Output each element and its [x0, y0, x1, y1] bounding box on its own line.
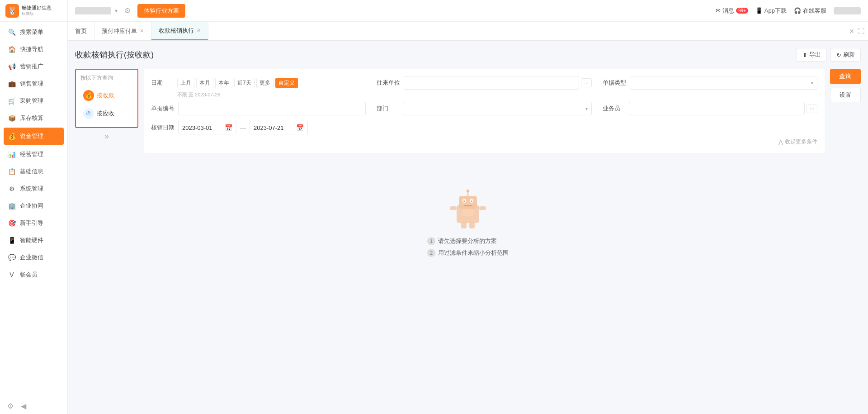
sidebar-item-system[interactable]: ⚙ 系统管理	[0, 180, 67, 197]
collapse-sidebar-icon[interactable]: ◀	[21, 402, 26, 410]
export-button[interactable]: ⬆ 导出	[797, 48, 827, 62]
tab-receipt[interactable]: 收款核销执行 ✕	[151, 22, 208, 40]
company-dropdown-icon[interactable]: ▾	[115, 8, 118, 14]
query-button[interactable]: 查询	[830, 69, 861, 84]
empty-state: 1 请先选择要分析的方案 2 用过滤条件来缩小分析范围	[75, 153, 861, 297]
header-right: ✉ 消息 99+ 📱 App下载 🎧 在线客服	[716, 7, 861, 15]
inventory-icon: 📦	[7, 114, 16, 122]
sidebar-label-inventory: 库存核算	[20, 114, 43, 122]
sidebar-item-inventory[interactable]: 📦 库存核算	[0, 109, 67, 127]
filter-sidebar: 按以下方查询 💰 按收款 ⏱ 按应收 »	[75, 69, 138, 153]
verify-date-end-wrap: 2023-07-21 📅	[250, 121, 308, 134]
sidebar-item-enterprise[interactable]: 🏢 企业协同	[0, 197, 67, 214]
purchase-icon: 🛒	[7, 97, 16, 105]
voucher-no-row: 单据编号	[151, 102, 366, 115]
department-select[interactable]: ▾	[403, 102, 591, 115]
tab-close-all-button[interactable]: ✕	[849, 28, 854, 35]
department-label: 部门	[377, 105, 399, 113]
online-service-action[interactable]: 🎧 在线客服	[794, 7, 826, 15]
date-more-btn[interactable]: 更多	[256, 78, 274, 88]
date-custom-btn[interactable]: 自定义	[275, 78, 298, 88]
tab-bar: 首页 预付冲应付单 ✕ 收款核销执行 ✕ ✕ ⛶	[68, 22, 868, 41]
hardware-icon: 📱	[7, 237, 16, 244]
staff-input[interactable]	[629, 102, 805, 115]
top-header: ▾ ⚙ 体验行业方案 ✉ 消息 99+ 📱 App下载 🎧 在线客服	[68, 0, 868, 22]
filter-collapse-button[interactable]: »	[75, 132, 138, 141]
staff-more-btn[interactable]: ···	[807, 104, 817, 113]
marketing-icon: 📢	[7, 63, 16, 70]
message-badge: 99+	[736, 8, 748, 14]
tab-receipt-close[interactable]: ✕	[197, 28, 201, 33]
counterparty-input[interactable]	[404, 76, 579, 90]
message-label: 消息	[722, 7, 734, 15]
sidebar-label-enterprise: 企业协同	[20, 202, 43, 210]
sidebar-label-purchase: 采购管理	[20, 97, 43, 105]
action-bar: 查询 设置	[830, 69, 861, 153]
message-icon: ✉	[716, 7, 721, 14]
verify-date-start-input[interactable]: 2023-03-01	[182, 124, 223, 131]
app-download-action[interactable]: 📱 App下载	[755, 7, 787, 15]
voucher-no-field	[178, 102, 366, 115]
empty-tips: 1 请先选择要分析的方案 2 用过滤条件来缩小分析范围	[427, 237, 509, 261]
filter-by-receivable[interactable]: ⏱ 按应收	[80, 105, 133, 123]
date-7days-btn[interactable]: 近7天	[234, 78, 255, 88]
voucher-no-input[interactable]	[178, 102, 366, 115]
voucher-type-select[interactable]: ▾	[630, 76, 817, 90]
settings-button[interactable]: 设置	[830, 88, 861, 102]
verify-date-end-input[interactable]: 2023-07-21	[254, 124, 294, 131]
verify-date-row: 核销日期 2023-03-01 📅 — 2023-07-21 📅	[151, 121, 817, 134]
chevron-up-icon: ⋀	[778, 139, 783, 145]
sidebar-item-finance[interactable]: 💰 资金管理	[4, 128, 64, 145]
sidebar-item-hardware[interactable]: 📱 智能硬件	[0, 232, 67, 249]
logo-sub: 标准版	[22, 11, 52, 17]
settings-bottom-icon[interactable]: ⚙	[7, 402, 14, 410]
collapse-conditions-button[interactable]: ⋀ 收起更多条件	[778, 138, 817, 146]
message-action[interactable]: ✉ 消息 99+	[716, 7, 748, 15]
calendar-end-icon[interactable]: 📅	[296, 124, 304, 131]
svg-point-4	[463, 200, 465, 202]
sidebar-item-marketing[interactable]: 📢 营销推广	[0, 58, 67, 75]
staff-row: 业务员 ···	[603, 102, 817, 115]
counterparty-search-row: 往来单位 ···	[377, 76, 591, 90]
refresh-button[interactable]: ↻ 刷新	[830, 48, 861, 62]
department-arrow: ▾	[585, 106, 588, 111]
tab-expand-button[interactable]: ⛶	[858, 28, 864, 35]
voucher-type-arrow: ▾	[811, 81, 813, 86]
sidebar-item-basic[interactable]: 📋 基础信息	[0, 163, 67, 180]
filter-box: 按以下方查询 💰 按收款 ⏱ 按应收	[75, 69, 138, 128]
filter-by-receipt[interactable]: 💰 按收款	[80, 86, 133, 105]
voucher-type-search-row: 单据类型 ▾	[603, 76, 817, 90]
search-row-1: 日期 上月 本月 本年 近7天 更多 自定义	[151, 76, 817, 90]
sidebar-item-sales[interactable]: 💼 销售管理	[0, 75, 67, 92]
sidebar-item-member[interactable]: V 畅会员	[0, 266, 67, 283]
svg-rect-6	[464, 205, 472, 206]
settings-header-button[interactable]: ⚙	[121, 5, 134, 17]
tab-prepay-close[interactable]: ✕	[140, 28, 144, 34]
home-icon: 🏠	[7, 46, 16, 53]
tab-home[interactable]: 首页	[68, 22, 94, 40]
date-last-month-btn[interactable]: 上月	[177, 78, 194, 88]
date-this-year-btn[interactable]: 本年	[215, 78, 232, 88]
sidebar-item-shortcut[interactable]: 🏠 快捷导航	[0, 41, 67, 58]
main-area: ▾ ⚙ 体验行业方案 ✉ 消息 99+ 📱 App下载 🎧 在线客服 首页	[68, 0, 868, 414]
sales-icon: 💼	[7, 80, 16, 87]
industry-solution-button[interactable]: 体验行业方案	[137, 4, 185, 18]
search-row-2: 单据编号 部门 ▾	[151, 102, 817, 115]
date-this-month-btn[interactable]: 本月	[196, 78, 213, 88]
sidebar-label-management: 经营管理	[20, 150, 43, 158]
tab-prepay[interactable]: 预付冲应付单 ✕	[94, 22, 151, 40]
receivable-filter-icon: ⏱	[83, 108, 94, 119]
calendar-start-icon[interactable]: 📅	[225, 124, 232, 131]
sidebar-item-search[interactable]: 🔍 搜索菜单	[0, 24, 67, 41]
search-action-area: 日期 上月 本月 本年 近7天 更多 自定义	[144, 69, 861, 153]
sidebar-label-system: 系统管理	[20, 185, 43, 193]
sidebar-item-wechat[interactable]: 💬 企业微信	[0, 249, 67, 266]
sidebar-label-shortcut: 快捷导航	[20, 45, 43, 53]
counterparty-more-btn[interactable]: ···	[581, 78, 592, 87]
sidebar-item-management[interactable]: 📊 经营管理	[0, 146, 67, 163]
staff-field: ···	[629, 102, 817, 115]
sidebar-item-guide[interactable]: 🎯 新手引导	[0, 214, 67, 232]
sidebar-item-purchase[interactable]: 🛒 采购管理	[0, 92, 67, 109]
sidebar-label-sales: 销售管理	[20, 80, 43, 88]
voucher-type-field: ▾	[630, 76, 817, 90]
